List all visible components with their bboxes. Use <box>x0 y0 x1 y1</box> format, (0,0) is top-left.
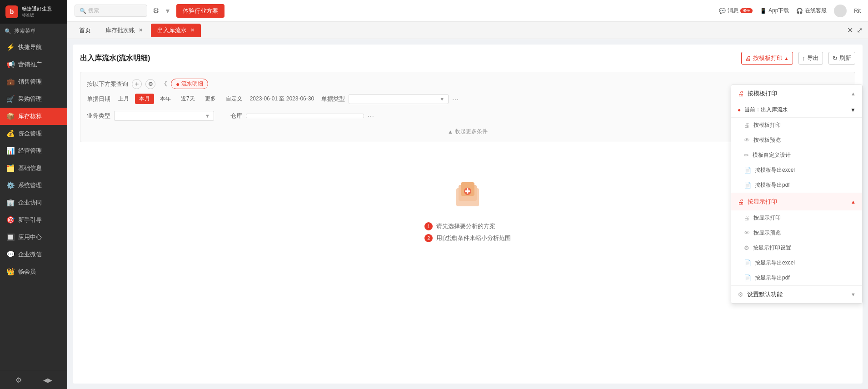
app-download-item[interactable]: 📱 App下载 <box>760 7 789 15</box>
tab-home[interactable]: 首页 <box>73 24 97 37</box>
filter-chip-dot: ● <box>176 80 180 88</box>
user-avatar[interactable] <box>834 5 847 17</box>
collapse-button[interactable]: ▲ 收起更多条件 <box>448 128 488 135</box>
display-pdf-icon: 📄 <box>744 274 751 281</box>
sidebar-item-inventory[interactable]: 📦 库存核算 <box>0 108 67 125</box>
sidebar-item-enterprise[interactable]: 🏢 企业协同 <box>0 194 67 211</box>
dropdown-template-export-pdf[interactable]: 📄 按模板导出pdf <box>731 178 862 193</box>
page-actions: 🖨 按模板打印 ▲ ↑ 导出 ↻ 刷新 <box>741 52 855 65</box>
current-template-dot: ● <box>738 107 741 113</box>
sidebar-item-label: 新手引导 <box>18 216 42 224</box>
tab-batch-account-close[interactable]: ✕ <box>139 27 143 33</box>
search-icon: 🔍 <box>5 28 11 35</box>
date-pill-last-month[interactable]: 上月 <box>114 94 133 104</box>
filter-date-group: 单据日期 上月 本月 本年 近7天 更多 自定义 2023-06-01 至 20… <box>87 94 314 104</box>
dropdown-display-preview[interactable]: 👁 按显示预览 <box>731 225 862 240</box>
date-pill-more[interactable]: 更多 <box>201 94 220 104</box>
filter-warehouse-more[interactable]: ··· <box>368 112 374 120</box>
filter-add-button[interactable]: ＋ <box>132 79 142 89</box>
sidebar-item-sales[interactable]: 💼 销售管理 <box>0 73 67 90</box>
finance-icon: 💰 <box>6 130 15 138</box>
date-pill-7days[interactable]: 近7天 <box>177 94 199 104</box>
appstore-icon: 🔲 <box>6 233 15 241</box>
top-search-bar[interactable]: 🔍 搜索 <box>75 5 147 17</box>
top-search-icon: 🔍 <box>80 8 86 14</box>
filter-settings-button[interactable]: ⚙ <box>145 79 155 89</box>
dropdown-section-3-header[interactable]: ⚙ 设置默认功能 ▼ <box>731 286 862 303</box>
sidebar-item-purchase[interactable]: 🛒 采购管理 <box>0 90 67 108</box>
tab-batch-account[interactable]: 库存批次账 ✕ <box>99 24 149 37</box>
sidebar-search[interactable]: 🔍 搜索菜单 <box>0 24 67 39</box>
message-item[interactable]: 💬 消息 99+ <box>719 7 753 15</box>
user-name: Rit <box>854 8 861 14</box>
display-preview-icon: 👁 <box>744 229 750 236</box>
sidebar-item-basic[interactable]: 🗂️ 基础信息 <box>0 160 67 177</box>
printer-icon-1: 🖨 <box>738 90 744 97</box>
dropdown-template-print[interactable]: 🖨 按模板打印 <box>731 118 862 133</box>
empty-step-1-text: 请先选择要分析的方案 <box>436 222 495 230</box>
filter-biz-type-select[interactable]: ▼ <box>114 111 214 121</box>
sidebar-item-label: 库存核算 <box>18 112 42 120</box>
export-button[interactable]: ↑ 导出 <box>798 52 823 65</box>
date-pill-custom[interactable]: 自定义 <box>222 94 246 104</box>
sidebar-item-label: 企业协同 <box>18 199 42 207</box>
print-button[interactable]: 🖨 按模板打印 ▲ <box>741 52 793 65</box>
trial-button[interactable]: 体验行业方案 <box>176 4 224 18</box>
dropdown-section-2-title: 🖨 按显示打印 <box>738 198 777 206</box>
filter-collapse-icon[interactable]: 《 <box>161 80 167 88</box>
top-chevron-icon[interactable]: ▼ <box>165 7 171 15</box>
dropdown-template-customize[interactable]: ✏ 模板自定义设计 <box>731 148 862 163</box>
tab-close-icon[interactable]: ✕ <box>847 26 853 35</box>
phone-icon: 📱 <box>760 8 767 14</box>
tab-bar: 首页 库存批次账 ✕ 出入库流水 ✕ ✕ ⤢ <box>67 22 868 39</box>
tab-maximize-icon[interactable]: ⤢ <box>857 26 863 35</box>
dropdown-display-export-pdf[interactable]: 📄 按显示导出pdf <box>731 270 862 285</box>
refresh-button[interactable]: ↻ 刷新 <box>828 52 855 65</box>
filter-chip-label: 流水明细 <box>181 80 203 88</box>
filter-doc-type-select[interactable]: ▼ <box>349 94 449 104</box>
filter-label: 按以下方案查询 <box>87 80 128 88</box>
sales-icon: 💼 <box>6 78 15 86</box>
sidebar-item-operation[interactable]: 📊 经营管理 <box>0 142 67 160</box>
sidebar-item-wechat[interactable]: 💬 企业微信 <box>0 246 67 263</box>
sidebar-collapse-icon[interactable]: ◀▶ <box>43 377 52 384</box>
empty-steps: 1 请先选择要分析的方案 2 用[过滤]条件来缩小分析范围 <box>424 222 510 242</box>
sidebar-item-marketing[interactable]: 📢 营销推广 <box>0 56 67 73</box>
marketing-icon: 📢 <box>6 60 15 69</box>
dropdown-display-print-settings[interactable]: ⚙ 按显示打印设置 <box>731 240 862 255</box>
filter-chip[interactable]: ● 流水明细 <box>171 79 208 89</box>
dropdown-current-template[interactable]: ● 当前：出入库流水 ▼ <box>731 102 862 117</box>
sidebar-item-quick-nav[interactable]: ⚡ 快捷导航 <box>0 39 67 56</box>
filter-warehouse-select[interactable] <box>246 114 364 118</box>
online-service-item[interactable]: 🎧 在线客服 <box>796 7 827 15</box>
top-gear-icon[interactable]: ⚙ <box>153 6 159 15</box>
sidebar-item-label: 采购管理 <box>18 95 42 103</box>
sidebar-item-member[interactable]: 👑 畅会员 <box>0 263 67 280</box>
enterprise-icon: 🏢 <box>6 199 15 207</box>
dropdown-section-1-header[interactable]: 🖨 按模板打印 ▲ <box>731 85 862 102</box>
sidebar-item-system[interactable]: ⚙️ 系统管理 <box>0 177 67 194</box>
tab-flow[interactable]: 出入库流水 ✕ <box>151 24 201 37</box>
dropdown-section-2-header[interactable]: 🖨 按显示打印 ▲ <box>731 193 862 210</box>
refresh-icon: ↻ <box>833 55 838 62</box>
dropdown-display-export-excel[interactable]: 📄 按显示导出excel <box>731 255 862 270</box>
dropdown-display-print[interactable]: 🖨 按显示打印 <box>731 210 862 225</box>
sidebar-item-label: 营销推广 <box>18 60 42 69</box>
date-pill-this-month[interactable]: 本月 <box>135 94 154 104</box>
sidebar-item-guide[interactable]: 🎯 新手引导 <box>0 211 67 229</box>
sidebar-item-finance[interactable]: 💰 资金管理 <box>0 125 67 142</box>
sidebar-settings-icon[interactable]: ⚙ <box>15 376 22 384</box>
app-download-label: App下载 <box>768 7 789 15</box>
purchase-icon: 🛒 <box>6 95 15 103</box>
tab-flow-close[interactable]: ✕ <box>190 27 195 33</box>
dropdown-template-export-excel[interactable]: 📄 按模板导出excel <box>731 163 862 178</box>
empty-step-2: 2 用[过滤]条件来缩小分析范围 <box>424 234 510 242</box>
filter-biz-type-label: 业务类型 <box>87 112 110 120</box>
dropdown-display-pdf-label: 按显示导出pdf <box>755 274 790 282</box>
date-pill-this-year[interactable]: 本年 <box>156 94 175 104</box>
dropdown-template-customize-label: 模板自定义设计 <box>753 151 791 159</box>
sidebar-item-appstore[interactable]: 🔲 应用中心 <box>0 229 67 246</box>
display-print-settings-icon: ⚙ <box>744 244 749 251</box>
filter-doc-type-more[interactable]: ··· <box>452 95 459 103</box>
dropdown-template-preview[interactable]: 👁 按模板预览 <box>731 133 862 148</box>
